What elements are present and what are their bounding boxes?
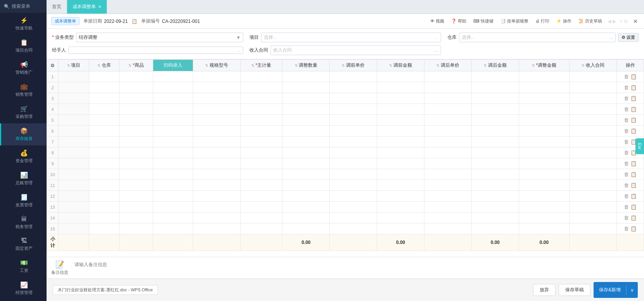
sort-icon-after_price[interactable]: ⇅ [436, 64, 441, 67]
sort-icon-adj_amount[interactable]: ⇅ [532, 64, 536, 67]
delete-icon-r7[interactable]: 🗑 [624, 139, 629, 145]
copy-icon-r5[interactable]: 📋 [630, 117, 637, 123]
sort-icon-adj_qty[interactable]: ⇅ [295, 64, 299, 67]
save-new-arrow[interactable]: ∨ [626, 285, 638, 295]
copy-icon-r3[interactable]: 📋 [630, 95, 637, 101]
sidebar-item-ops[interactable]: 📈经营管理 [0, 277, 47, 299]
copy-icon-r6[interactable]: 📋 [630, 128, 637, 134]
delete-icon-r10[interactable]: 🗑 [624, 171, 629, 177]
copy-icon-r11[interactable]: 📋 [630, 182, 637, 188]
sidebar-item-sales[interactable]: 💼销售管理 [0, 79, 47, 101]
sort-icon-spec[interactable]: ⇅ [205, 64, 209, 67]
sort-icon-product[interactable]: ⇅ [128, 64, 133, 67]
col-header-income_contract[interactable]: ⇅ 收入合同 [570, 60, 617, 71]
col-header-before_price[interactable]: ⇅ 调前单价 [330, 60, 377, 71]
cell-r13-action[interactable]: 🗑 📋 [617, 202, 644, 213]
warehouse-select[interactable]: 选择... ... [459, 33, 616, 42]
delete-icon-r1[interactable]: 🗑 [624, 74, 629, 80]
sort-icon-project[interactable]: ⇅ [67, 64, 71, 67]
col-header-warehouse[interactable]: ⇅ 仓库 [89, 60, 119, 71]
cell-r11-action[interactable]: 🗑 📋 [617, 180, 644, 191]
sidebar-search[interactable]: 🔍 搜索菜单 [0, 0, 47, 13]
cell-r10-action[interactable]: 🗑 📋 [617, 169, 644, 180]
doc-date-value[interactable]: 2022-09-21 [104, 19, 128, 24]
copy-icon-r1[interactable]: 📋 [630, 74, 637, 80]
col-header-after_price[interactable]: ⇅ 调后单价 [424, 60, 472, 71]
sort-icon-unit[interactable]: ⇅ [251, 64, 256, 67]
col-header-spec[interactable]: ⇅ 规格型号 [193, 60, 240, 71]
cell-r3-action[interactable]: 🗑 📋 [617, 93, 644, 104]
gear-icon[interactable]: ⚙ [50, 63, 55, 68]
print-btn[interactable]: 🖨 打印 [534, 18, 551, 24]
cell-r1-action[interactable]: 🗑 📋 [617, 71, 644, 82]
copy-icon-r15[interactable]: 📋 [630, 226, 637, 232]
cell-r15-action[interactable]: 🗑 📋 [617, 223, 644, 234]
col-header-adj_amount[interactable]: ⇅ *调整金额 [519, 60, 569, 71]
sort-icon-after_amount[interactable]: ⇅ [484, 64, 488, 67]
save-new-button[interactable]: 保存&新增 ∨ [594, 282, 638, 298]
history-btn[interactable]: 📜 历史草稿 [577, 18, 604, 24]
cell-r6-action[interactable]: 🗑 📋 [617, 126, 644, 137]
tab-close-cost-adjust[interactable]: ✕ [98, 5, 101, 9]
copy-icon-r13[interactable]: 📋 [630, 204, 637, 210]
sidebar-item-ledger[interactable]: 📊总账管理 [0, 168, 47, 190]
delete-icon-r12[interactable]: 🗑 [624, 193, 629, 199]
remarks-icon[interactable]: 📝 备注信息 [51, 260, 68, 275]
income-contract-select[interactable]: 收入合同 ... [270, 45, 441, 55]
copy-icon-r12[interactable]: 📋 [630, 193, 637, 199]
sort-icon-income_contract[interactable]: ⇅ [582, 64, 586, 67]
delete-icon-r4[interactable]: 🗑 [624, 106, 629, 112]
col-header-product[interactable]: ⇅ *商品 [119, 60, 153, 71]
col-header-before_amount[interactable]: ⇅ 调前金额 [377, 60, 424, 71]
cell-r5-action[interactable]: 🗑 📋 [617, 115, 644, 126]
sidebar-item-marketing[interactable]: 📢营销推广 [0, 57, 47, 79]
sidebar-item-fixed-assets[interactable]: 🏗固定资产 [0, 234, 47, 255]
col-header-action[interactable]: 操作 [617, 60, 644, 71]
delete-icon-r3[interactable]: 🗑 [624, 95, 629, 101]
side-tab[interactable]: Ear [635, 138, 644, 154]
remarks-input[interactable] [73, 260, 639, 269]
col-header-gear[interactable]: ⚙ [47, 60, 59, 71]
delete-icon-r15[interactable]: 🗑 [624, 226, 629, 232]
delete-icon-r9[interactable]: 🗑 [624, 161, 629, 166]
delete-icon-r14[interactable]: 🗑 [624, 215, 629, 221]
organize-btn[interactable]: 📑 按单据规整 [499, 18, 530, 24]
sidebar-item-tax[interactable]: 🏛税务管理 [0, 212, 47, 234]
save-new-label[interactable]: 保存&新增 [594, 284, 626, 296]
delete-icon-r2[interactable]: 🗑 [624, 85, 629, 90]
sidebar-item-purchase[interactable]: 🛒采购管理 [0, 101, 47, 123]
action-btn[interactable]: ⚡ 操作 [555, 18, 573, 24]
col-header-project[interactable]: ⇅ 项目 [59, 60, 89, 71]
delete-icon-r13[interactable]: 🗑 [624, 204, 629, 210]
delete-icon-r6[interactable]: 🗑 [624, 128, 629, 134]
cell-r9-action[interactable]: 🗑 📋 [617, 158, 644, 169]
tab-home[interactable]: 首页 [47, 0, 67, 14]
copy-icon-r10[interactable]: 📋 [630, 171, 637, 177]
cell-r12-action[interactable]: 🗑 📋 [617, 191, 644, 202]
copy-icon-r14[interactable]: 📋 [630, 215, 637, 221]
cell-r14-action[interactable]: 🗑 📋 [617, 213, 644, 223]
sidebar-item-project-contract[interactable]: 📋项目合同 [0, 35, 47, 57]
delete-icon-r5[interactable]: 🗑 [624, 117, 629, 123]
delete-icon-r8[interactable]: 🗑 [624, 150, 629, 156]
close-window-btn[interactable]: ✕ [632, 17, 639, 25]
tab-cost-adjust[interactable]: 成本调整单✕ [67, 0, 107, 14]
sort-icon-before_price[interactable]: ⇅ [342, 64, 346, 67]
sidebar-item-inventory[interactable]: 📦库存核算 [0, 123, 47, 145]
sidebar-item-finance[interactable]: 💰资金管理 [0, 145, 47, 168]
sort-icon-warehouse[interactable]: ⇅ [97, 64, 102, 67]
biz-type-select[interactable]: 结存调整 ▼ [76, 33, 243, 42]
sidebar-item-invoice[interactable]: 🧾发票管理 [0, 190, 47, 212]
settings-btn[interactable]: ⚙ 设置 [618, 33, 639, 42]
copy-icon-r2[interactable]: 📋 [630, 85, 637, 90]
col-header-scan[interactable]: 扫码录入 [153, 60, 193, 71]
sidebar-item-base-info[interactable]: 🗂基础信息 [0, 299, 47, 301]
view-btn[interactable]: 👁 视频 [429, 18, 446, 24]
cell-r2-action[interactable]: 🗑 📋 [617, 82, 644, 93]
sidebar-item-quick-nav[interactable]: ⚡快速导航 [0, 13, 47, 35]
save-draft-button[interactable]: 保存草稿 [559, 284, 590, 296]
delete-icon-r11[interactable]: 🗑 [624, 182, 629, 188]
copy-icon-r4[interactable]: 📋 [630, 106, 637, 112]
copy-icon-r9[interactable]: 📋 [630, 161, 637, 166]
project-select[interactable]: 选择... ... [261, 33, 441, 42]
